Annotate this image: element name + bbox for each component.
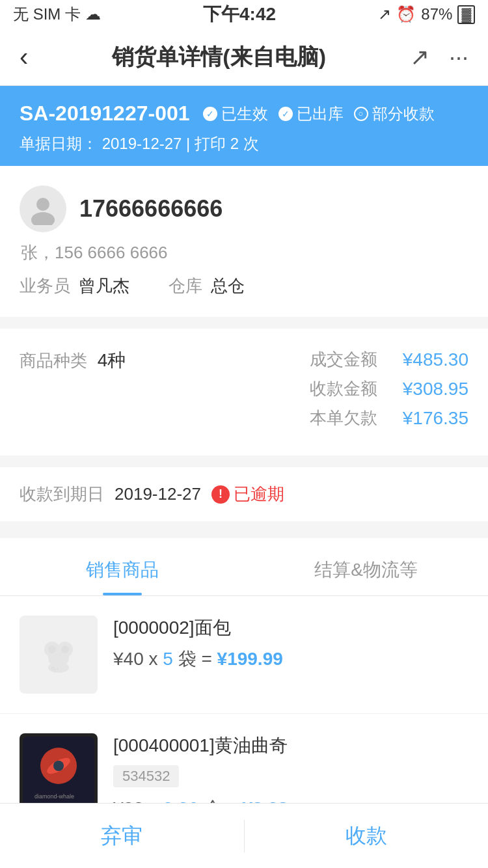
- overdue-badge: ! 已逾期: [211, 483, 284, 506]
- staff-info: 业务员 曾凡杰: [20, 275, 129, 297]
- check-icon-2: ✓: [278, 107, 293, 121]
- svg-point-12: [53, 761, 64, 771]
- due-date-section: 收款到期日 2019-12-27 ! 已逾期: [0, 467, 488, 521]
- badge-partial: ○ 部分收款: [354, 103, 435, 124]
- tabs-container: 销售商品 结算&物流等: [0, 538, 488, 596]
- status-bar-time: 下午4:42: [203, 2, 276, 27]
- battery-status: 87%: [421, 5, 452, 23]
- divider-2: [0, 457, 488, 467]
- warehouse-info: 仓库 总仓: [169, 275, 245, 297]
- product-name-1: [0000002]面包: [113, 616, 468, 640]
- product-info-1: [0000002]面包 ¥40 x 5 袋 = ¥199.99: [113, 616, 468, 694]
- location-icon: ↗: [378, 5, 391, 23]
- svg-point-6: [61, 645, 69, 653]
- divider-3: [0, 528, 488, 538]
- product-count: 商品种类 4种: [20, 348, 126, 373]
- status-bar: 无 SIM 卡 ☁ 下午4:42 ↗ ⏰ 87% ▓: [0, 0, 488, 29]
- product-price-1: ¥40 x 5 袋 = ¥199.99: [113, 647, 468, 671]
- customer-meta: 业务员 曾凡杰 仓库 总仓: [20, 275, 468, 297]
- product-thumbnail-1: 鸟+: [20, 616, 98, 694]
- overdue-icon: !: [211, 485, 230, 504]
- product-tag-2: 534532: [113, 765, 179, 787]
- svg-text:diamond-whale: diamond-whale: [34, 793, 74, 800]
- svg-point-0: [36, 198, 49, 211]
- clock-icon: ○: [354, 107, 368, 121]
- badge-delivered: ✓ 已出库: [278, 103, 344, 124]
- status-bar-left: 无 SIM 卡 ☁: [13, 4, 101, 25]
- customer-avatar: [20, 185, 66, 232]
- nav-actions: ↗︎ ···: [410, 44, 468, 71]
- customer-contact: 张，156 6666 6666: [20, 241, 468, 264]
- summary-section: 商品种类 4种 成交金额 ¥485.30 收款金额 ¥308.95 本单欠款 ¥…: [0, 329, 488, 455]
- order-id: SA-20191227-001: [20, 102, 190, 126]
- deal-amount-row: 成交金额 ¥485.30: [310, 348, 468, 371]
- back-button[interactable]: ‹: [20, 42, 28, 72]
- tab-sales-products[interactable]: 销售商品: [0, 538, 244, 595]
- receipt-amount-row: 收款金额 ¥308.95: [310, 377, 468, 400]
- more-icon[interactable]: ···: [449, 44, 468, 71]
- badge-effective: ✓ 已生效: [203, 103, 268, 124]
- alarm-icon: ⏰: [396, 5, 416, 23]
- battery-icon: ▓: [457, 5, 475, 24]
- page-title: 销货单详情(来自电脑): [112, 42, 326, 72]
- svg-point-5: [48, 645, 56, 653]
- abandon-review-button[interactable]: 弃审: [0, 809, 244, 863]
- tab-settlement[interactable]: 结算&物流等: [244, 538, 488, 595]
- list-item: 鸟+ [0000002]面包 ¥40 x 5 袋 = ¥199.99: [0, 596, 488, 714]
- bottom-action-bar: 弃审 收款: [0, 803, 488, 868]
- svg-text:鸟+: 鸟+: [51, 666, 59, 672]
- customer-section: 17666666666 张，156 6666 6666 业务员 曾凡杰 仓库 总…: [0, 166, 488, 317]
- divider-1: [0, 318, 488, 329]
- owe-amount-row: 本单欠款 ¥176.35: [310, 407, 468, 429]
- nav-bar: ‹ 销货单详情(来自电脑) ↗︎ ···: [0, 29, 488, 86]
- order-date-line: 单据日期： 2019-12-27 | 打印 2 次: [20, 133, 468, 154]
- sim-status: 无 SIM 卡 ☁: [13, 4, 101, 25]
- status-bar-right: ↗ ⏰ 87% ▓: [378, 5, 475, 24]
- order-header-banner: SA-20191227-001 ✓ 已生效 ✓ 已出库 ○ 部分收款 单据日期：…: [0, 86, 488, 166]
- product-thumbnail-2: diamond-whale: [20, 733, 98, 811]
- order-badges: ✓ 已生效 ✓ 已出库 ○ 部分收款: [203, 103, 435, 124]
- product-name-2: [000400001]黄油曲奇: [113, 733, 468, 758]
- check-icon: ✓: [203, 107, 217, 121]
- share-icon[interactable]: ↗︎: [410, 44, 429, 71]
- svg-point-1: [31, 212, 55, 225]
- amount-summary: 成交金额 ¥485.30 收款金额 ¥308.95 本单欠款 ¥176.35: [310, 348, 468, 436]
- collect-payment-button[interactable]: 收款: [245, 809, 489, 863]
- customer-phone: 17666666666: [79, 195, 223, 223]
